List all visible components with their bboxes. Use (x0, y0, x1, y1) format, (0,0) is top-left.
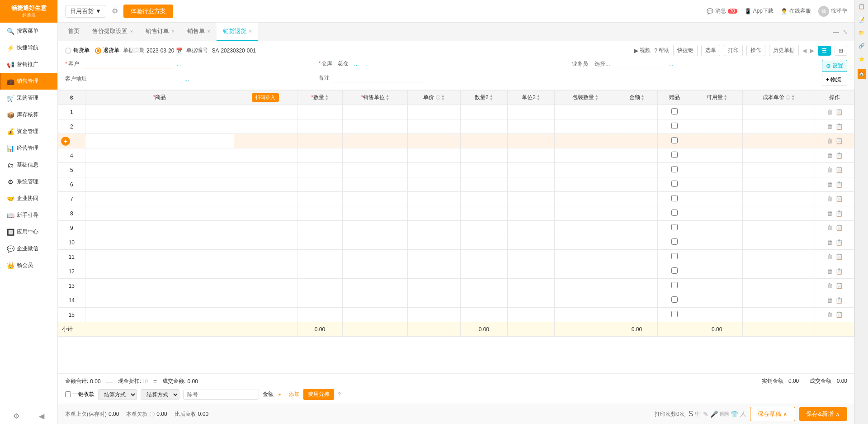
sidebar-item-inventory[interactable]: 📦 库存核算 (0, 106, 57, 123)
account-input[interactable] (183, 390, 259, 400)
sidebar-item-operation[interactable]: 📊 经营管理 (0, 140, 57, 157)
qty-cell[interactable] (297, 250, 343, 264)
product-cell[interactable] (85, 119, 234, 134)
delete-icon[interactable]: 🗑 (827, 167, 833, 173)
pack-qty-cell[interactable] (555, 250, 616, 264)
cost-price-cell[interactable] (743, 163, 815, 177)
gift-checkbox[interactable] (671, 108, 678, 114)
sidebar-item-finance[interactable]: 💰 资金管理 (0, 123, 57, 140)
unit2-cell[interactable] (507, 206, 554, 221)
address-ellipsis[interactable]: ... (184, 76, 189, 82)
price-cell[interactable] (408, 148, 460, 163)
gift-cell[interactable] (658, 206, 691, 221)
product-input[interactable] (88, 138, 231, 144)
select-btn[interactable]: 选单 (701, 45, 720, 56)
price-cell[interactable] (408, 221, 460, 235)
delete-icon[interactable]: 🗑 (827, 224, 833, 231)
available-cell[interactable] (691, 177, 743, 192)
unit-cell[interactable] (343, 279, 408, 293)
gift-checkbox[interactable] (671, 253, 678, 259)
calendar-icon[interactable]: 📅 (176, 48, 183, 54)
copy-icon[interactable]: 📋 (835, 224, 843, 231)
unit-cell[interactable] (343, 308, 408, 322)
available-cell[interactable] (691, 293, 743, 308)
qty2-cell[interactable] (460, 177, 507, 192)
product-cell[interactable] (85, 250, 234, 264)
available-cell[interactable] (691, 308, 743, 322)
qty-cell[interactable] (297, 148, 343, 163)
unit-cell[interactable] (343, 264, 408, 279)
product-input[interactable] (88, 167, 231, 173)
tool3-icon[interactable]: 🎤 (710, 410, 718, 418)
product-input[interactable] (88, 109, 231, 115)
tab-售价提取设置[interactable]: 售价提取设置× (86, 23, 139, 41)
pack-qty-cell[interactable] (555, 177, 616, 192)
gift-cell[interactable] (658, 279, 691, 293)
tab-close-btn[interactable]: × (172, 29, 175, 34)
price-cell[interactable] (408, 163, 460, 177)
amount-cell[interactable] (616, 250, 657, 264)
add-payment-btn[interactable]: ＋ + 添加 (277, 391, 300, 398)
tab-minimize-btn[interactable]: — (832, 27, 840, 36)
delete-icon[interactable]: 🗑 (827, 181, 833, 188)
qty-cell[interactable] (297, 264, 343, 279)
cost-price-cell[interactable] (743, 221, 815, 235)
copy-icon[interactable]: 📋 (835, 138, 843, 144)
amount-cell[interactable] (616, 235, 657, 250)
gift-cell[interactable] (658, 134, 691, 148)
sidebar-item-apps[interactable]: 🔲 应用中心 (0, 224, 57, 240)
available-cell[interactable] (691, 134, 743, 148)
gift-cell[interactable] (658, 221, 691, 235)
available-cell[interactable] (691, 105, 743, 119)
pack-qty-cell[interactable] (555, 279, 616, 293)
gift-cell[interactable] (658, 308, 691, 322)
delete-icon[interactable]: 🗑 (827, 138, 833, 144)
tab-expand-btn[interactable]: ⤡ (842, 27, 849, 36)
customer-ellipsis[interactable]: ... (177, 61, 181, 67)
sidebar-item-marketing[interactable]: 📢 营销推广 (0, 56, 57, 73)
cost-price-cell[interactable] (743, 250, 815, 264)
gift-cell[interactable] (658, 264, 691, 279)
warehouse-ellipsis[interactable]: ... (354, 61, 359, 67)
rs-icon-1[interactable]: 📋 (859, 4, 865, 10)
tab-首页[interactable]: 首页 (61, 23, 86, 41)
pack-qty-cell[interactable] (555, 119, 616, 134)
gift-checkbox[interactable] (671, 282, 678, 288)
sale-radio[interactable]: 销货单 (65, 47, 90, 54)
unit-cell[interactable] (343, 235, 408, 250)
sidebar-item-guide[interactable]: 📖 新手引导 (0, 207, 57, 224)
delete-icon[interactable]: 🗑 (827, 297, 833, 304)
copy-icon[interactable]: 📋 (835, 181, 843, 188)
cost-price-cell[interactable] (743, 308, 815, 322)
sidebar-item-enterprise[interactable]: 🤝 企业协同 (0, 190, 57, 207)
user-item[interactable]: 徐 徐泽华 (818, 6, 847, 17)
price-cell[interactable] (408, 177, 460, 192)
gift-cell[interactable] (658, 235, 691, 250)
topbar-settings-icon[interactable]: ⚙ (112, 7, 118, 15)
copy-icon[interactable]: 📋 (835, 268, 843, 275)
unit-cell[interactable] (343, 163, 408, 177)
product-cell[interactable] (85, 148, 234, 163)
online-service-item[interactable]: 👨‍💼 在线客服 (781, 7, 811, 15)
copy-icon[interactable]: 📋 (835, 167, 843, 173)
qty2-cell[interactable] (460, 119, 507, 134)
pack-qty-cell[interactable] (555, 134, 616, 148)
nav-next-icon[interactable]: ▶ (810, 48, 814, 54)
gift-cell[interactable] (658, 119, 691, 134)
amount-cell[interactable] (616, 206, 657, 221)
product-cell[interactable] (85, 264, 234, 279)
gift-cell[interactable] (658, 163, 691, 177)
amount-cell[interactable] (616, 221, 657, 235)
salesperson-ellipsis[interactable]: ... (669, 61, 673, 67)
gift-checkbox[interactable] (671, 210, 678, 216)
product-input[interactable] (88, 311, 231, 318)
card-view-btn[interactable]: ⊞ (835, 46, 847, 56)
product-cell[interactable] (85, 221, 234, 235)
nav-prev-icon[interactable]: ◀ (802, 48, 807, 54)
tab-销售单[interactable]: 销售单× (181, 23, 217, 41)
unit-cell[interactable] (343, 192, 408, 206)
gift-cell[interactable] (658, 250, 691, 264)
unit2-cell[interactable] (507, 177, 554, 192)
product-input[interactable] (88, 152, 231, 159)
sidebar-item-purchase[interactable]: 🛒 采购管理 (0, 90, 57, 106)
